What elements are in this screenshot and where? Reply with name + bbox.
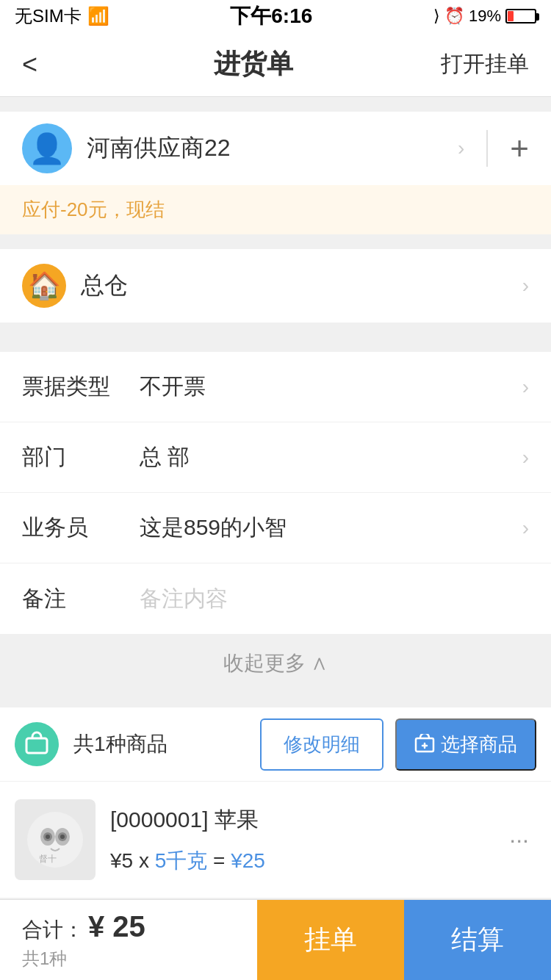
cart-icon [24, 731, 50, 757]
department-value: 总 部 [140, 442, 522, 472]
wifi-icon: 📶 [87, 6, 109, 26]
product-header: 共1种商品 修改明细 选择商品 [0, 707, 551, 781]
open-hang-button[interactable]: 打开挂单 [441, 49, 529, 79]
add-button[interactable]: + [510, 130, 529, 167]
invoice-value: 不开票 [140, 372, 522, 402]
department-arrow-icon: › [522, 446, 529, 469]
salesman-value: 这是859的小智 [140, 513, 522, 543]
warehouse-arrow-icon: › [522, 274, 529, 298]
price-multiply: x [139, 849, 155, 872]
product-more-button[interactable]: ··· [502, 819, 536, 861]
svg-point-8 [60, 835, 65, 839]
product-price: ¥5 x 5千克 = ¥25 [110, 847, 502, 875]
checkout-button[interactable]: 结算 [404, 900, 551, 981]
supplier-arrow-icon: › [458, 137, 464, 160]
total-section: 合计： ¥ 25 共1种 [0, 910, 257, 970]
page-title: 进货单 [214, 46, 293, 82]
supplier-section[interactable]: 👤 河南供应商22 › + [0, 112, 551, 185]
remark-label: 备注 [22, 584, 140, 614]
svg-text:督十: 督十 [39, 854, 57, 864]
hang-button[interactable]: 挂单 [257, 900, 404, 981]
warehouse-name: 总仓 [81, 270, 522, 302]
alarm-icon: ⏰ [444, 7, 464, 26]
product-item: 督十 [0000001] 苹果 ¥5 x 5千克 = ¥25 ··· [0, 781, 551, 898]
warehouse-section[interactable]: 🏠 总仓 › [0, 249, 551, 323]
total-amount: ¥ 25 [88, 910, 145, 943]
gap-2 [0, 323, 551, 337]
nav-bar: < 进货单 打开挂单 [0, 32, 551, 97]
status-bar: 无SIM卡 📶 下午6:16 ⟩ ⏰ 19% [0, 0, 551, 32]
owl-logo: 督十 [26, 810, 84, 869]
collapse-text: 收起更多 ∧ [223, 649, 328, 677]
supplier-avatar: 👤 [22, 123, 72, 173]
svg-rect-0 [26, 738, 47, 753]
carrier-text: 无SIM卡 [15, 4, 82, 28]
total-count: 共1种 [22, 947, 235, 970]
product-thumbnail: 督十 [15, 799, 96, 880]
select-product-button[interactable]: 选择商品 [395, 718, 536, 771]
warning-banner: 应付-20元，现结 [0, 185, 551, 234]
edit-detail-button[interactable]: 修改明细 [260, 718, 383, 771]
status-right: ⟩ ⏰ 19% [433, 7, 536, 26]
location-icon: ⟩ [433, 7, 440, 26]
warehouse-icon: 🏠 [22, 264, 66, 308]
battery-text: 19% [469, 7, 501, 26]
gap-1 [0, 97, 551, 112]
department-row[interactable]: 部门 总 部 › [0, 422, 551, 493]
status-time: 下午6:16 [230, 2, 312, 30]
product-count-text: 共1种商品 [73, 730, 260, 758]
price-equals: = [213, 849, 231, 872]
bottom-bar: 合计： ¥ 25 共1种 挂单 结算 [0, 899, 551, 980]
total-label: 合计： ¥ 25 [22, 910, 235, 944]
svg-point-7 [46, 835, 50, 839]
battery-icon [505, 9, 536, 24]
product-title: 苹果 [215, 807, 259, 832]
select-icon [414, 734, 435, 754]
home-icon: 🏠 [28, 270, 61, 301]
remark-row[interactable]: 备注 备注内容 [0, 563, 551, 634]
form-section: 票据类型 不开票 › 部门 总 部 › 业务员 这是859的小智 › 备注 备注… [0, 352, 551, 634]
main-content: 👤 河南供应商22 › + 应付-20元，现结 🏠 总仓 › 票据类型 不开票 … [0, 97, 551, 979]
total-text: 合计： [22, 916, 84, 944]
remark-input[interactable]: 备注内容 [140, 584, 529, 614]
product-code: [0000001] [110, 807, 208, 832]
product-count-icon [15, 722, 59, 766]
salesman-arrow-icon: › [522, 516, 529, 540]
invoice-arrow-icon: › [522, 375, 529, 399]
status-left: 无SIM卡 📶 [15, 4, 109, 28]
invoice-row[interactable]: 票据类型 不开票 › [0, 352, 551, 422]
product-info: [0000001] 苹果 ¥5 x 5千克 = ¥25 [110, 805, 502, 875]
unit-price: ¥5 [110, 849, 133, 872]
supplier-name: 河南供应商22 [87, 132, 458, 165]
supplier-divider [486, 130, 488, 167]
back-button[interactable]: < [22, 49, 66, 80]
person-icon: 👤 [29, 131, 65, 166]
department-label: 部门 [22, 442, 140, 472]
select-product-label: 选择商品 [441, 732, 517, 757]
product-name: [0000001] 苹果 [110, 805, 502, 835]
quantity: 5千克 [155, 849, 208, 872]
total-price: ¥25 [231, 849, 265, 872]
collapse-section[interactable]: 收起更多 ∧ [0, 634, 551, 693]
salesman-label: 业务员 [22, 513, 140, 543]
invoice-label: 票据类型 [22, 372, 140, 402]
salesman-row[interactable]: 业务员 这是859的小智 › [0, 493, 551, 563]
